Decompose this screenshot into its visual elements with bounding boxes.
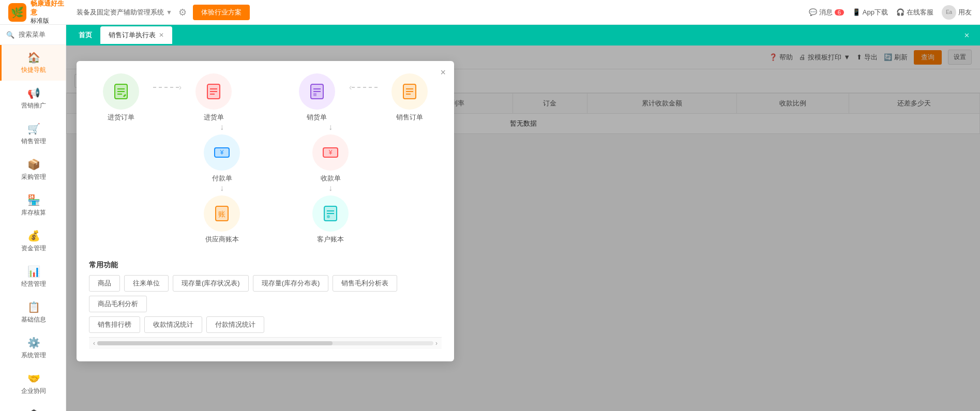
flow-row-arrows2: ↓ ↓ xyxy=(89,183,442,195)
flow-row-2: ¥ 付款单 ¥ 收款单 xyxy=(89,134,442,183)
purchase-bill-label: 进货单 xyxy=(204,113,224,122)
modal-overlay: × 进货订单 xyxy=(66,45,980,411)
sales-order-label: 销售订单 xyxy=(396,113,423,122)
tab-bar: 首页 销售订单执行表 ✕ ✕ xyxy=(66,25,980,45)
sidebar-item-marketing[interactable]: 📢 营销推广 xyxy=(0,81,66,116)
system-select[interactable]: 装备及固定资产辅助管理系统 ▼ xyxy=(77,8,172,17)
func-btn-sales-rank[interactable]: 销售排行榜 xyxy=(89,316,140,333)
customer-ledger-label: 客户账本 xyxy=(317,235,344,244)
sidebar-item-operations[interactable]: 📊 经营管理 xyxy=(0,259,66,295)
svg-rect-14 xyxy=(313,93,316,96)
scroll-right-icon[interactable]: › xyxy=(435,340,438,347)
sidebar-finance-label: 资金管理 xyxy=(21,244,46,253)
arrow-h-1: › xyxy=(153,83,182,92)
flow-item-customer-ledger: 客户账本 xyxy=(297,195,364,244)
func-btn-gross-profit[interactable]: 销售毛利分析表 xyxy=(333,275,397,292)
svg-text:¥: ¥ xyxy=(328,149,333,156)
message-action[interactable]: 💬 消息 6 xyxy=(809,8,844,17)
sidebar-inventory-label: 库存核算 xyxy=(21,208,46,217)
sidebar-item-basic-info[interactable]: 📋 基础信息 xyxy=(0,295,66,330)
header-right: 💬 消息 6 📱 App下载 🎧 在线客服 Ea 用友 xyxy=(809,5,972,20)
page-content: ❓ 帮助 🖨 按模板打印 ▼ ⬆ 导出 🔄 刷新 xyxy=(66,45,980,411)
func-btn-product-profit[interactable]: 商品毛利分析 xyxy=(89,296,147,312)
sales-bill-circle[interactable] xyxy=(299,73,335,110)
svg-text:账: 账 xyxy=(218,210,225,218)
app-container: 🌿 畅康通好生意 标准版 装备及固定资产辅助管理系统 ▼ ⚙ 体验行业方案 💬 … xyxy=(0,0,980,411)
tab-sales-label: 销售订单执行表 xyxy=(109,31,156,40)
quick-nav-icon: 🏠 xyxy=(27,51,40,64)
finance-icon: 💰 xyxy=(27,230,40,242)
scroll-thumb xyxy=(97,341,333,345)
func-btn-payment-stats[interactable]: 付款情况统计 xyxy=(206,316,264,333)
func-btn-product[interactable]: 商品 xyxy=(89,275,120,292)
sidebar-item-purchase[interactable]: 📦 采购管理 xyxy=(0,152,66,188)
logo-text: 畅康通好生意 标准版 xyxy=(31,0,70,25)
logo-area: 🌿 畅康通好生意 标准版 xyxy=(8,0,70,25)
scroll-left-icon[interactable]: ‹ xyxy=(93,340,95,347)
purchase-bill-circle[interactable] xyxy=(195,73,232,110)
sales-icon: 🛒 xyxy=(27,123,40,135)
sidebar-item-quick-nav[interactable]: 🏠 快捷导航 xyxy=(0,45,66,81)
arrow-h-2: ‹ xyxy=(349,83,378,92)
user-action[interactable]: Ea 用友 xyxy=(942,5,972,20)
supplier-ledger-circle[interactable]: 账 xyxy=(204,195,240,232)
purchase-icon: 📦 xyxy=(27,158,40,171)
app-download-action[interactable]: 📱 App下载 xyxy=(852,8,888,17)
receipt-circle[interactable]: ¥ xyxy=(312,134,349,171)
newbie-icon: 🎓 xyxy=(27,408,40,411)
sidebar-item-sales[interactable]: 🛒 销售管理 xyxy=(0,116,66,152)
main-layout: 🔍 搜索菜单 🏠 快捷导航 📢 营销推广 🛒 销售管理 📦 采购管理 🏪 xyxy=(0,25,980,411)
payment-label: 付款单 xyxy=(212,174,232,183)
operations-icon: 📊 xyxy=(27,265,40,278)
arrow-down-sales: ↓ xyxy=(297,122,364,132)
svg-text:¥: ¥ xyxy=(220,149,224,156)
chevron-down-icon: ▼ xyxy=(166,9,172,16)
func-btn-stock-dist[interactable]: 现存量(库存分布表) xyxy=(253,275,329,292)
tab-sales-order-exec[interactable]: 销售订单执行表 ✕ xyxy=(100,26,172,44)
sidebar-item-system[interactable]: ⚙️ 系统管理 xyxy=(0,330,66,366)
tab-home-label: 首页 xyxy=(79,31,92,40)
receipt-label: 收款单 xyxy=(321,174,341,183)
service-icon: 🎧 xyxy=(896,8,904,16)
settings-icon[interactable]: ⚙ xyxy=(178,7,187,18)
sidebar-operations-label: 经营管理 xyxy=(21,280,46,288)
online-service-action[interactable]: 🎧 在线客服 xyxy=(896,8,933,17)
flow-item-sales-order: 销售订单 xyxy=(378,73,442,122)
search-icon: 🔍 xyxy=(6,31,14,39)
top-header: 🌿 畅康通好生意 标准版 装备及固定资产辅助管理系统 ▼ ⚙ 体验行业方案 💬 … xyxy=(0,0,980,25)
close-all-icon[interactable]: ✕ xyxy=(958,32,976,39)
flow-item-payment: ¥ 付款单 xyxy=(188,134,255,183)
func-btn-receipt-stats[interactable]: 收款情况统计 xyxy=(144,316,202,333)
supplier-ledger-label: 供应商账本 xyxy=(205,235,239,244)
flow-item-receipt: ¥ 收款单 xyxy=(297,134,364,183)
logo-sub: 标准版 xyxy=(31,17,70,25)
sales-bill-label: 销货单 xyxy=(307,113,327,122)
content-area: 首页 销售订单执行表 ✕ ✕ ❓ 帮助 🖨 xyxy=(66,25,980,411)
marketing-icon: 📢 xyxy=(27,87,40,99)
scroll-bar: ‹ › xyxy=(89,337,442,349)
sidebar-item-inventory[interactable]: 🏪 库存核算 xyxy=(0,188,66,223)
func-btn-partner[interactable]: 往来单位 xyxy=(124,275,169,292)
trial-button[interactable]: 体验行业方案 xyxy=(193,5,250,20)
sidebar-search[interactable]: 🔍 搜索菜单 xyxy=(0,25,66,45)
sidebar-item-newbie[interactable]: 🎓 新手引导 xyxy=(0,402,66,411)
sidebar-sales-label: 销售管理 xyxy=(21,137,46,146)
tab-close-icon[interactable]: ✕ xyxy=(159,32,164,39)
system-icon: ⚙️ xyxy=(27,337,40,349)
tab-home[interactable]: 首页 xyxy=(70,26,100,44)
system-title: 装备及固定资产辅助管理系统 xyxy=(77,8,164,17)
sidebar-item-collab[interactable]: 🤝 企业协同 xyxy=(0,366,66,402)
sidebar-item-finance[interactable]: 💰 资金管理 xyxy=(0,223,66,259)
flow-item-supplier-ledger: 账 供应商账本 xyxy=(188,195,255,244)
payment-circle[interactable]: ¥ xyxy=(204,134,240,171)
logo-icon: 🌿 xyxy=(8,3,26,22)
purchase-order-circle[interactable] xyxy=(103,73,139,110)
common-functions-title: 常用功能 xyxy=(89,261,442,270)
sidebar-collab-label: 企业协同 xyxy=(21,387,46,395)
sales-order-circle[interactable] xyxy=(391,73,428,110)
scroll-track[interactable] xyxy=(97,341,433,345)
func-btn-stock-status[interactable]: 现存量(库存状况表) xyxy=(173,275,249,292)
modal-close-button[interactable]: × xyxy=(440,67,446,78)
func-buttons-row2: 销售排行榜 收款情况统计 付款情况统计 xyxy=(89,316,442,333)
customer-ledger-circle[interactable] xyxy=(312,195,349,232)
